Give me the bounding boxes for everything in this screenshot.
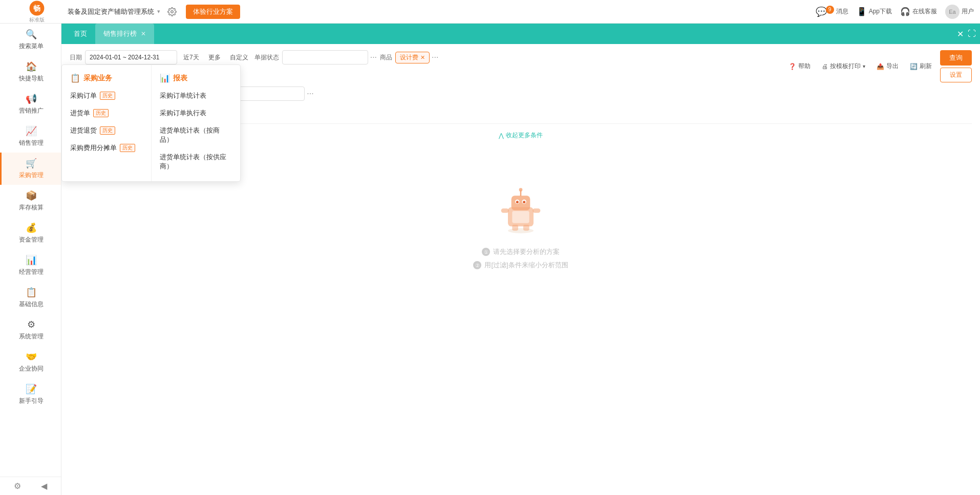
svg-point-9	[523, 201, 525, 203]
svg-rect-5	[512, 196, 530, 210]
goods-tag[interactable]: 设计费 ✕	[395, 52, 430, 63]
notifications-label: 消息	[836, 7, 848, 16]
empty-illustration	[495, 184, 546, 235]
purchase-dropdown-menu: 📋 采购业务 采购订单 历史 进货单 历史 进货退货 历史	[61, 64, 241, 182]
help-btn[interactable]: ❓ 帮助	[785, 60, 814, 73]
sidebar-item-enterprise[interactable]: 🤝 企业协同	[0, 346, 61, 378]
sidebar-item-purchase[interactable]: 🛒 采购管理	[0, 153, 61, 185]
online-service-item[interactable]: 🎧 在线客服	[900, 7, 937, 16]
tab-bar: 首页 销售排行榜 ✕ ✕ ⛶	[61, 24, 980, 44]
dropdown-report-col: 📊 报表 采购订单统计表 采购订单执行表 进货单统计表（按商品） 进货单统计表（…	[152, 65, 241, 181]
dropdown-item-po-label: 采购订单	[70, 91, 97, 100]
sidebar-item-sales[interactable]: 📈 销售管理	[0, 120, 61, 153]
dropdown-item-expense-label: 采购费用分摊单	[70, 143, 117, 153]
dropdown-item-receipt[interactable]: 进货单 历史	[62, 104, 151, 122]
sales-icon: 📈	[26, 125, 37, 137]
tab-home-label: 首页	[74, 29, 87, 38]
operations-icon: 📊	[26, 254, 37, 266]
sidebar-item-label-quicknav: 快捷导航	[19, 74, 44, 83]
empty-tip-1-text: 请先选择要分析的方案	[493, 247, 560, 256]
sidebar-item-finance[interactable]: 💰 资金管理	[0, 217, 61, 249]
sidebar-item-label-basic-info: 基础信息	[19, 300, 44, 309]
svg-rect-15	[523, 225, 529, 231]
sidebar-item-label-finance: 资金管理	[19, 235, 44, 244]
toolbar-right: ❓ 帮助 🖨 按模板打印 ▾ 📤 导出 🔄 刷新	[785, 50, 972, 82]
dropdown-item-receipt-by-supplier[interactable]: 进货单统计表（按供应商）	[152, 148, 241, 175]
settings-button[interactable]: 设置	[940, 68, 972, 82]
dropdown-purchase-header: 📋 采购业务	[62, 71, 151, 87]
tab-home[interactable]: 首页	[66, 24, 95, 44]
sidebar-item-label-sales: 销售管理	[19, 139, 44, 147]
dropdown-report-header: 📊 报表	[152, 71, 241, 87]
dropdown-item-return[interactable]: 进货退货 历史	[62, 122, 151, 139]
marketing-icon: 📢	[26, 93, 37, 104]
query-button[interactable]: 查询	[940, 50, 972, 66]
tab-bar-right: ✕ ⛶	[957, 29, 976, 39]
dropdown-item-receipt-by-goods[interactable]: 进货单统计表（按商品）	[152, 122, 241, 148]
print-btn[interactable]: 🖨 按模板打印 ▾	[819, 60, 868, 73]
export-btn[interactable]: 📤 导出	[874, 60, 902, 73]
sidebar-item-guide[interactable]: 📝 新手引导	[0, 378, 61, 411]
header-settings-icon[interactable]	[167, 7, 177, 16]
tab-maximize-icon[interactable]: ⛶	[968, 29, 976, 38]
po-history-badge: 历史	[100, 92, 115, 100]
system-name-area: 装备及固定资产辅助管理系统 ▾ 体验行业方案	[68, 5, 816, 19]
svg-point-2	[171, 10, 174, 13]
system-dropdown-arrow[interactable]: ▾	[157, 8, 160, 15]
notification-badge: 9	[826, 6, 834, 14]
date-custom-btn[interactable]: 自定义	[227, 51, 251, 64]
tab-sales-ranking[interactable]: 销售排行榜 ✕	[95, 24, 154, 44]
svg-rect-16	[512, 211, 529, 223]
salesperson-dots[interactable]: ···	[307, 89, 313, 98]
sidebar-item-label-marketing: 营销推广	[19, 106, 44, 115]
online-service-label: 在线客服	[912, 7, 937, 16]
system-name: 装备及固定资产辅助管理系统	[68, 7, 154, 16]
svg-rect-13	[532, 208, 540, 212]
refresh-btn[interactable]: 🔄 刷新	[907, 60, 935, 73]
bill-status-input[interactable]	[282, 50, 368, 64]
header: 畅 标准版 装备及固定资产辅助管理系统 ▾ 体验行业方案 💬 9 消息 📱 Ap…	[0, 0, 980, 24]
dropdown-item-po-exec-label: 采购订单执行表	[160, 109, 206, 118]
sidebar-item-marketing[interactable]: 📢 营销推广	[0, 88, 61, 120]
date-7days-btn[interactable]: 近7天	[180, 51, 202, 64]
bill-status-dots[interactable]: ···	[370, 53, 377, 62]
export-icon: 📤	[877, 63, 884, 70]
collapse-label: 收起更多条件	[506, 131, 543, 140]
dropdown-item-expense[interactable]: 采购费用分摊单 历史	[62, 139, 151, 157]
sidebar-item-inventory[interactable]: 📦 库存核算	[0, 185, 61, 217]
goods-dots[interactable]: ···	[432, 53, 438, 62]
dropdown-item-po-stat[interactable]: 采购订单统计表	[152, 87, 241, 104]
user-item[interactable]: Ea 用户	[945, 5, 974, 19]
sidebar-item-basic-info[interactable]: 📋 基础信息	[0, 282, 61, 314]
sidebar-settings-icon[interactable]: ⚙	[14, 481, 21, 491]
date-range-input[interactable]: 2024-01-01 ~ 2024-12-31	[85, 50, 177, 64]
goods-tag-close-icon[interactable]: ✕	[420, 54, 425, 61]
dropdown-report-title: 报表	[173, 74, 187, 83]
sidebar-item-system[interactable]: ⚙ 系统管理	[0, 314, 61, 346]
sidebar-item-search[interactable]: 🔍 搜索菜单	[0, 24, 61, 56]
sidebar-collapse-icon[interactable]: ◀	[41, 481, 47, 491]
experience-button[interactable]: 体验行业方案	[186, 5, 240, 19]
dropdown-item-po-exec[interactable]: 采购订单执行表	[152, 104, 241, 122]
user-label: 用户	[962, 7, 974, 16]
content-area: 日期 2024-01-01 ~ 2024-12-31 近7天 更多 自定义 单据…	[61, 44, 980, 495]
print-arrow[interactable]: ▾	[863, 63, 865, 69]
app-logo: 畅	[29, 0, 45, 16]
tab-close-all-icon[interactable]: ✕	[957, 29, 964, 39]
sidebar-item-label-guide: 新手引导	[19, 397, 44, 405]
dropdown-item-po[interactable]: 采购订单 历史	[62, 87, 151, 104]
sidebar-item-operations[interactable]: 📊 经营管理	[0, 249, 61, 282]
expense-history-badge: 历史	[120, 144, 135, 152]
sidebar-item-quicknav[interactable]: 🏠 快捷导航	[0, 56, 61, 88]
header-right-area: 💬 9 消息 📱 App下载 🎧 在线客服 Ea 用户	[816, 5, 974, 19]
report-col-icon: 📊	[160, 73, 170, 83]
svg-point-8	[516, 201, 519, 203]
receipt-history-badge: 历史	[93, 109, 109, 117]
notifications-item[interactable]: 💬 9 消息	[816, 6, 848, 17]
sidebar-item-label-enterprise: 企业协同	[19, 364, 44, 373]
app-download-item[interactable]: 📱 App下载	[857, 7, 892, 16]
empty-tip-1: ① 请先选择要分析的方案	[482, 247, 560, 256]
date-more-btn[interactable]: 更多	[205, 51, 224, 64]
sidebar-item-label-inventory: 库存核算	[19, 203, 44, 212]
tab-close-icon[interactable]: ✕	[141, 30, 146, 37]
